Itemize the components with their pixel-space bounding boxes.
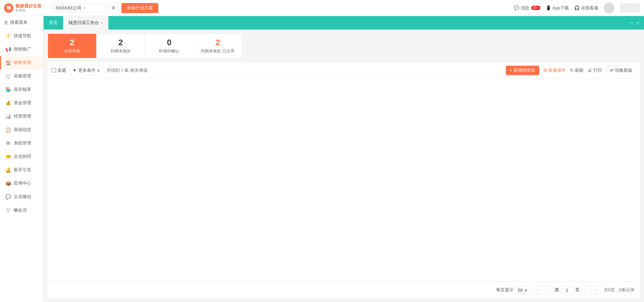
- stat-tab-shipped[interactable]: 2 到期未收款 已出库: [194, 34, 242, 58]
- app-center-icon: 📦: [5, 181, 11, 186]
- purchase-icon: 🛒: [5, 73, 11, 79]
- print-icon: 🖨: [588, 68, 592, 73]
- select-all-checkbox[interactable]: 全选: [52, 67, 66, 73]
- trial-button[interactable]: 体验行业方案: [121, 3, 158, 13]
- next-page-button[interactable]: ›: [581, 285, 590, 295]
- search-icon: ☰: [4, 20, 8, 25]
- batch-action-button[interactable]: ⊞ 批量操作: [543, 67, 566, 73]
- system-icon: ⚙: [5, 140, 11, 146]
- toolbar-left: 全选 ▼ 更多条件 ∨ 共找到 0 条 相关单据: [52, 66, 148, 75]
- avatar[interactable]: [604, 3, 614, 13]
- filter-label: 更多条件: [78, 67, 96, 73]
- stat-label-pending: 旺铺待确认: [159, 48, 179, 54]
- tab-bar: 首页 钱货日清工作台 × ─ ⤢: [44, 16, 644, 29]
- page-nav: « ‹ 第 页 › »: [533, 285, 601, 295]
- stat-tab-overdue[interactable]: 2 到期未收款: [97, 34, 145, 58]
- stat-number-overdue: 2: [118, 38, 123, 48]
- cooperation-icon: 🤝: [5, 154, 11, 159]
- page-suffix: 页: [575, 287, 580, 293]
- switch-icon: ⇄: [610, 68, 613, 73]
- minimize-icon[interactable]: ─: [629, 20, 633, 26]
- main-layout: ☰ 搜索菜单 ⚡ 快捷导航 📢 营销推广 🏠 销售管理 🛒 采购管理 🏪 库存核…: [0, 16, 644, 302]
- sidebar-item-label: 系统管理: [14, 140, 31, 146]
- stat-tab-pending[interactable]: 0 旺铺待确认: [145, 34, 194, 58]
- wechat-icon: 💬: [5, 194, 11, 199]
- settings-button[interactable]: ⚙: [108, 3, 119, 13]
- sidebar-item-capital[interactable]: 💰 资金管理: [0, 96, 43, 110]
- user-name-area: [620, 3, 640, 13]
- filter-chevron: ∨: [97, 68, 100, 73]
- table-panel: 全选 ▼ 更多条件 ∨ 共找到 0 条 相关单据: [48, 62, 640, 298]
- main-content: 2 全部单据 2 到期未收款 0 旺铺待确认 2 到期未收款 已出库: [44, 29, 644, 302]
- logo-area: 畅 畅捷通好生意 标准版: [4, 3, 48, 13]
- toolbar-right: + 新增销货单 ⊞ 批量操作 ↻ 刷新 🖨 打印: [506, 66, 636, 75]
- table-area: [48, 79, 640, 282]
- switch-version-button[interactable]: ⇄ 切换新版: [606, 66, 636, 75]
- sidebar-item-purchase[interactable]: 🛒 采购管理: [0, 69, 43, 83]
- base-info-icon: 📋: [5, 127, 11, 132]
- last-page-button[interactable]: »: [592, 285, 601, 295]
- tab-close-icon[interactable]: ×: [101, 21, 103, 25]
- sidebar-item-label: 资金管理: [14, 100, 31, 106]
- filter-button[interactable]: ▼ 更多条件 ∨: [69, 66, 104, 75]
- sidebar-item-cooperation[interactable]: 🤝 企业协同: [0, 150, 43, 163]
- tab-right-buttons: ─ ⤢: [629, 20, 644, 26]
- count-value: 0: [121, 68, 123, 73]
- sidebar-item-operation[interactable]: 📊 经营管理: [0, 110, 43, 123]
- download-icon: 📱: [546, 5, 551, 10]
- pagination-bar: 每页显示 50 ∨ « ‹ 第 页 › »: [48, 282, 640, 298]
- company-name: XXXXXX公司: [55, 5, 82, 11]
- sidebar-item-quick-nav[interactable]: ⚡ 快捷导航: [0, 29, 43, 43]
- company-selector[interactable]: XXXXXX公司 ▾: [52, 3, 105, 13]
- quick-nav-icon: ⚡: [5, 33, 11, 39]
- refresh-button[interactable]: ↻ 刷新: [570, 67, 584, 73]
- page-label: 第: [555, 287, 559, 293]
- stat-tab-all[interactable]: 2 全部单据: [48, 34, 97, 58]
- app-subtitle: 标准版: [15, 8, 42, 12]
- maximize-icon[interactable]: ⤢: [636, 20, 640, 26]
- sidebar-item-label: 采购管理: [14, 73, 31, 79]
- app-download-button[interactable]: 📱 App下载: [546, 5, 569, 11]
- page-number-input[interactable]: [560, 287, 574, 294]
- refresh-icon: ↻: [570, 68, 574, 73]
- sidebar-item-base-info[interactable]: 📋 基础信息: [0, 123, 43, 136]
- messages-badge: 99+: [531, 6, 540, 10]
- sidebar-item-label: 库存核算: [14, 86, 31, 93]
- sidebar-item-app-center[interactable]: 📦 应用中心: [0, 177, 43, 190]
- sidebar-item-sales[interactable]: 🏠 销售管理: [0, 56, 43, 69]
- sidebar-item-inventory[interactable]: 🏪 库存核算: [0, 83, 43, 96]
- first-page-button[interactable]: «: [533, 285, 543, 295]
- stat-tabs: 2 全部单据 2 到期未收款 0 旺铺待确认 2 到期未收款 已出库: [48, 34, 242, 58]
- stat-label-overdue: 到期未收款: [111, 48, 131, 54]
- online-service-button[interactable]: 🎧 在线客服: [574, 5, 598, 11]
- tab-home[interactable]: 首页: [44, 16, 63, 29]
- chevron-down-icon: ▾: [84, 6, 85, 10]
- home-tab-label: 首页: [49, 20, 58, 26]
- sidebar-item-system[interactable]: ⚙ 系统管理: [0, 136, 43, 150]
- page-size-select: 每页显示 50 ∨: [496, 287, 530, 294]
- sidebar-item-member[interactable]: ▽ 畅会员: [0, 203, 43, 217]
- tab-work-desk[interactable]: 钱货日清工作台 ×: [63, 16, 108, 29]
- per-page-label: 每页显示: [496, 287, 514, 293]
- select-all-label: 全选: [57, 67, 66, 73]
- search-menu-button[interactable]: ☰ 搜索菜单: [0, 16, 43, 29]
- sidebar-item-guide[interactable]: 🔔 新手引导: [0, 163, 43, 177]
- sales-icon: 🏠: [5, 60, 11, 65]
- sidebar-item-label: 销售管理: [14, 60, 31, 66]
- sidebar: ☰ 搜索菜单 ⚡ 快捷导航 📢 营销推广 🏠 销售管理 🛒 采购管理 🏪 库存核…: [0, 16, 44, 302]
- guide-icon: 🔔: [5, 167, 11, 173]
- select-all-input[interactable]: [52, 68, 56, 72]
- add-sales-order-button[interactable]: + 新增销货单: [506, 66, 539, 75]
- sidebar-item-wechat[interactable]: 💬 企业微信: [0, 190, 43, 203]
- top-header: 畅 畅捷通好生意 标准版 XXXXXX公司 ▾ ⚙ 体验行业方案 💬 消息 99…: [0, 0, 644, 16]
- sidebar-item-label: 经营管理: [14, 113, 31, 119]
- capital-icon: 💰: [5, 100, 11, 106]
- prev-page-button[interactable]: ‹: [544, 285, 553, 295]
- sidebar-item-label: 营销推广: [14, 46, 31, 52]
- page-size-dropdown[interactable]: 50 ∨: [515, 287, 530, 294]
- sidebar-item-marketing[interactable]: 📢 营销推广: [0, 43, 43, 56]
- page-size-chevron: ∨: [524, 288, 528, 293]
- sidebar-item-label: 应用中心: [14, 180, 31, 186]
- messages-button[interactable]: 💬 消息 99+: [514, 5, 540, 11]
- print-button[interactable]: 🖨 打印: [588, 67, 602, 73]
